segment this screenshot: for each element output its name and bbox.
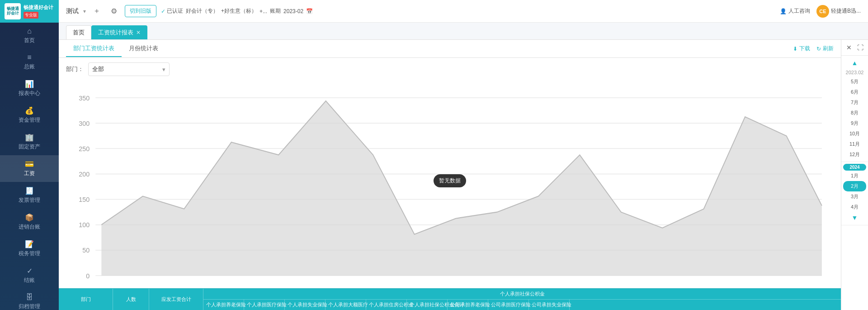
salary-icon: 💳 [25,160,34,168]
month-item[interactable]: 1月 [841,171,868,181]
month-item-active[interactable]: 2月 [843,181,866,191]
filter-row: 部门： 全部 ▾ [59,58,841,81]
support-button[interactable]: 👤 人工咨询 [780,7,810,15]
topbar: 测试 ▾ ＋ ⚙ 切到旧版 ✓ 已认证 好会计（专） +好生意（标） +... … [59,0,868,23]
th-personal-unemployed: 个人承担失业保险 [285,300,326,310]
funds-icon: 💰 [25,106,34,115]
sub-tab-monthly-label: 月份统计表 [129,45,158,52]
tab-salary-report[interactable]: 工资统计报表 ✕ [91,25,147,39]
calendar-icon[interactable]: 📅 [306,8,313,14]
sidebar-item-funds[interactable]: 💰 资金管理 [0,102,59,129]
tab-close-icon[interactable]: ✕ [136,29,141,36]
tab-home[interactable]: 首页 [66,25,91,39]
expand-panel-button[interactable]: ⛶ [856,43,866,52]
month-item[interactable]: 4月 [841,202,868,212]
tabbar: 首页 工资统计报表 ✕ [59,23,868,40]
main-area: 测试 ▾ ＋ ⚙ 切到旧版 ✓ 已认证 好会计（专） +好生意（标） +... … [59,0,868,310]
app-logo-icon: 畅捷通好会计 [5,3,21,19]
sidebar-item-label: 首页 [24,37,35,44]
sidebar-item-label: 结账 [24,277,35,284]
chart-area-fill [101,101,822,276]
app-name-block: 畅捷通好会计 专业版 [24,4,53,19]
sidebar-item-label: 税务管理 [19,250,40,258]
switch-version-button[interactable]: 切到旧版 [125,5,156,17]
month-item[interactable]: 6月 [841,87,868,97]
month-item[interactable]: 7月 [841,97,868,108]
th-count: 人数 [113,289,149,310]
sidebar-item-label: 进销台账 [19,223,40,231]
th-department: 部门 [59,289,113,310]
add-button[interactable]: ＋ [90,5,103,18]
sub-tab-actions: ⬇ 下载 ↻ 刷新 [793,45,834,52]
purchases-icon: 📦 [25,213,34,222]
sidebar-item-ledger[interactable]: ≡ 总账 [0,49,59,75]
main-panel: 部门工资统计表 月份统计表 ⬇ 下载 ↻ 刷新 [59,40,841,310]
date-picker: ▲ 2023.02 5月 6月 7月 8月 9月 10月 11月 12月 [841,56,868,310]
download-label: 下载 [799,45,810,52]
user-profile-button[interactable]: CE 轻捷通B迅... [816,5,861,18]
svg-text:250: 250 [79,145,90,153]
tab-home-label: 首页 [73,29,85,37]
th-company-pension: 公司承担养老保险 [448,300,488,310]
month-item[interactable]: 9月 [841,118,868,129]
month-item[interactable]: 3月 [841,191,868,202]
th-sub-headers: 个人承担养老保险 个人承担医疗保险 个人承担失业保险 个人承担大额医疗 个人承担… [203,300,841,310]
nav-up-arrow[interactable]: ▲ [841,57,868,68]
sidebar-item-purchases[interactable]: 📦 进销台账 [0,209,59,235]
sidebar-nav: ⌂ 首页 ≡ 总账 📊 报表中心 💰 资金管理 🏢 固定资产 💳 工资 🧾 发票… [0,23,59,310]
department-select[interactable]: 全部 ▾ [88,62,170,76]
sidebar-item-checkout[interactable]: ✓ 结账 [0,262,59,289]
dropdown-arrow-icon[interactable]: ▾ [83,8,86,14]
sub-tab-department[interactable]: 部门工资统计表 [66,41,122,57]
right-panel: ✕ ⛶ ▲ 2023.02 5月 6月 7月 8月 9月 10月 11月 [841,40,868,310]
month-item[interactable]: 12月 [841,149,868,160]
tag-certified-label: 已认证 [167,7,183,15]
th-social-group: 个人承担社保公积金 个人承担养老保险 个人承担医疗保险 个人承担失业保险 个人承… [203,289,841,310]
tag-period-label: 账期 [270,7,281,15]
sidebar-item-assets[interactable]: 🏢 固定资产 [0,129,59,155]
tag-more: +... [259,8,267,14]
sub-tabs: 部门工资统计表 月份统计表 ⬇ 下载 ↻ 刷新 [59,40,841,58]
sidebar-item-label: 报表中心 [19,90,40,97]
support-label: 人工咨询 [788,7,810,15]
sub-tab-monthly[interactable]: 月份统计表 [122,41,165,57]
th-personal-housing-fund: 个人承担住房公积金 [366,300,407,310]
month-item[interactable]: 10月 [841,129,868,139]
download-button[interactable]: ⬇ 下载 [793,45,810,52]
sidebar-item-home[interactable]: ⌂ 首页 [0,23,59,49]
nav-down-arrow[interactable]: ▼ [841,212,868,223]
svg-text:300: 300 [79,119,90,127]
month-item[interactable]: 8月 [841,108,868,118]
tag-certified: ✓ 已认证 [161,7,183,15]
refresh-button[interactable]: ↻ 刷新 [816,45,834,52]
sidebar-item-label: 资金管理 [19,116,40,124]
th-group-label: 个人承担社保公积金 [203,289,841,300]
chart-tooltip: 暂无数据 [434,174,466,187]
sidebar-item-label: 工资 [24,170,35,177]
sidebar-item-reports[interactable]: 📊 报表中心 [0,75,59,102]
close-panel-button[interactable]: ✕ [844,43,854,52]
support-icon: 👤 [780,8,787,14]
svg-text:200: 200 [79,171,90,178]
month-item[interactable]: 11月 [841,139,868,149]
th-company-unemployed: 公司承担失业保险 [529,300,570,310]
svg-text:50: 50 [82,247,90,254]
months-2023: 5月 6月 7月 8月 9月 10月 11月 12月 [841,76,868,160]
reports-icon: 📊 [25,80,34,88]
sidebar-item-tax[interactable]: 📝 税务管理 [0,235,59,262]
year-2024-section: 2024 1月 2月 3月 4月 ▼ [841,162,868,225]
settings-gear-button[interactable]: ⚙ [108,5,120,18]
sidebar-item-invoice[interactable]: 🧾 发票管理 [0,182,59,209]
username-label: 轻捷通B迅... [831,7,861,15]
svg-text:350: 350 [79,94,90,102]
invoice-icon: 🧾 [25,186,34,195]
th-personal-pension: 个人承担养老保险 [203,300,244,310]
department-select-value: 全部 [92,65,104,73]
table-header: 部门 人数 应发工资合计 个人承担社保公积金 个人承担养老保险 个人承担医疗保险… [59,288,841,310]
avatar: CE [816,5,829,18]
th-company-medical: 公司承担医疗保险 [488,300,529,310]
month-item[interactable]: 5月 [841,76,868,87]
tab-salary-report-label: 工资统计报表 [98,29,133,37]
sidebar-item-salary[interactable]: 💳 工资 [0,155,59,182]
sidebar-item-archive[interactable]: 🗄 归档管理 [0,289,59,310]
